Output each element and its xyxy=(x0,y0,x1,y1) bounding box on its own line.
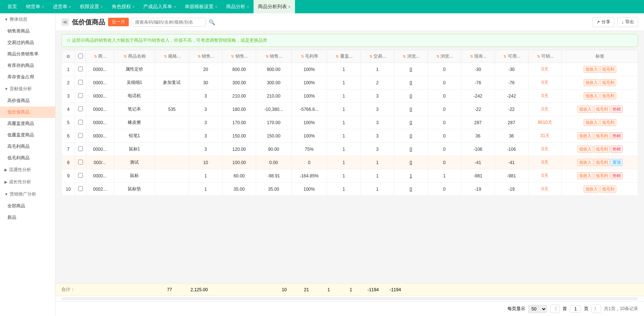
row-views1[interactable]: 0 xyxy=(410,147,412,152)
sidebar-group-growth[interactable]: ▶ 成长性分析 xyxy=(0,176,55,188)
nav-home[interactable]: 首页 xyxy=(3,0,21,13)
row-checkbox[interactable] xyxy=(78,67,83,71)
col-sales-qty[interactable]: ⇅ 销售... xyxy=(189,50,222,63)
row-checkbox[interactable] xyxy=(78,173,83,178)
col-sales-amt[interactable]: ⇅ 销售... xyxy=(222,50,256,63)
row-sales-qty: 3 xyxy=(189,129,222,143)
nav-permissions[interactable]: 权限设置 × xyxy=(76,0,107,13)
export-button[interactable]: ↓ 导出 xyxy=(617,17,638,27)
row-checkbox[interactable] xyxy=(78,106,83,111)
row-views1[interactable]: 0 xyxy=(410,133,412,139)
row-sales-avg: 0.00 xyxy=(256,156,291,169)
row-saleable-days: 0天 xyxy=(528,143,562,156)
tag: 低毛利 xyxy=(600,119,616,126)
nav-close-analysis[interactable]: × xyxy=(247,5,249,9)
nav-close-sales[interactable]: × xyxy=(42,5,44,9)
col-code[interactable]: ⇅ 商... xyxy=(86,50,114,63)
tag: 低收入 xyxy=(584,119,600,126)
search-icon[interactable]: 🔍 xyxy=(209,19,215,25)
nav-close-product-entry[interactable]: × xyxy=(174,5,176,9)
col-transactions[interactable]: ⇅ 交易... xyxy=(360,50,394,63)
col-views1[interactable]: ⇅ 浏览... xyxy=(394,50,428,63)
row-sales-avg: 90.00 xyxy=(256,143,291,156)
sidebar-item-sales-products[interactable]: 销售类商品 xyxy=(0,26,55,37)
filter-month-button[interactable]: 近一月 xyxy=(108,18,129,26)
nav-close-roles[interactable]: × xyxy=(133,5,135,9)
row-checkbox[interactable] xyxy=(78,80,83,85)
nav-roles[interactable]: 角色授权 × xyxy=(107,0,139,13)
collapse-sidebar-button[interactable]: ≪ xyxy=(61,18,69,26)
first-page-button[interactable]: 〈 xyxy=(550,305,560,313)
settings-col-header[interactable]: ⚙ xyxy=(62,50,75,63)
sidebar-group-overall[interactable]: ▼ 整体信息 xyxy=(0,13,55,26)
horizontal-scrollbar[interactable] xyxy=(61,297,638,300)
col-gross-rate[interactable]: ⇅ 毛利率 xyxy=(291,50,327,63)
row-views1[interactable]: 1 xyxy=(410,173,412,179)
tag: 低毛利 xyxy=(594,146,610,153)
row-checkbox[interactable] xyxy=(78,160,83,164)
row-gross-rate: 100% xyxy=(291,116,327,129)
nav-sales[interactable]: 销货单 × xyxy=(21,0,48,13)
row-views1[interactable]: 0 xyxy=(410,67,412,72)
row-num: 3 xyxy=(62,89,75,103)
row-checkbox[interactable] xyxy=(78,93,83,98)
row-checkbox[interactable] xyxy=(78,146,83,151)
sidebar-group-marketing[interactable]: ▼ 营销推广分析 xyxy=(0,188,55,200)
nav-template-settings[interactable]: 单据模板设置 × xyxy=(180,0,222,13)
sidebar-item-traded-products[interactable]: 交易过的商品 xyxy=(0,37,55,48)
page-number-input[interactable] xyxy=(570,305,581,313)
sidebar-item-high-margin[interactable]: 高毛利商品 xyxy=(0,141,55,152)
sidebar-item-all-products[interactable]: 全部商品 xyxy=(0,200,55,212)
sidebar-item-low-coverage[interactable]: 低覆盖度商品 xyxy=(0,129,55,141)
row-spec: 535 xyxy=(155,103,189,116)
col-name[interactable]: ⇅ 商品名称 xyxy=(114,50,155,63)
row-views1[interactable]: 0 xyxy=(410,160,412,165)
sidebar-item-low-value[interactable]: 低价值商品 xyxy=(0,106,55,118)
col-views2[interactable]: ⇅ 浏览... xyxy=(427,50,461,63)
sidebar-item-stocked-products[interactable]: 有库存的商品 xyxy=(0,60,55,71)
page-size-select[interactable]: 50 100 200 xyxy=(528,305,547,313)
checkbox-col-header[interactable] xyxy=(75,50,86,63)
row-num: 2 xyxy=(62,76,75,89)
sidebar-item-high-coverage[interactable]: 高覆盖度商品 xyxy=(0,118,55,129)
row-checkbox[interactable] xyxy=(78,133,83,138)
row-transactions: 1 xyxy=(360,156,394,169)
nav-close-purchase[interactable]: × xyxy=(69,5,71,9)
sidebar-item-category-sales[interactable]: 商品分类销售率 xyxy=(0,48,55,60)
row-views1[interactable]: 0 xyxy=(410,80,412,85)
sidebar-item-high-value[interactable]: 高价值商品 xyxy=(0,95,55,106)
share-button[interactable]: ↗ 分享 xyxy=(592,17,614,27)
row-available: 287 xyxy=(495,116,529,129)
nav-close-template[interactable]: × xyxy=(215,5,217,9)
sidebar-group-contribution[interactable]: ▼ 贡献值分析 xyxy=(0,83,55,95)
nav-close-analysis-list[interactable]: × xyxy=(288,5,291,9)
col-sales-avg[interactable]: ⇅ 销售... xyxy=(256,50,291,63)
table-row: 90000...鼠标160.00-98.91-164.85%1111-981-9… xyxy=(62,169,638,183)
nav-product-entry[interactable]: 产成品入库单 × xyxy=(139,0,180,13)
col-coverage[interactable]: ⇅ 覆盖... xyxy=(327,50,361,63)
row-views1[interactable]: 0 xyxy=(410,94,412,99)
row-views1[interactable]: 0 xyxy=(410,120,412,125)
row-views1[interactable]: 0 xyxy=(410,107,412,112)
col-stock[interactable]: ⇅ 现有... xyxy=(461,50,495,63)
nav-purchase[interactable]: 进货单 × xyxy=(48,0,76,13)
sidebar-item-low-margin[interactable]: 低毛利商品 xyxy=(0,152,55,164)
row-checkbox[interactable] xyxy=(78,186,83,191)
nav-close-permissions[interactable]: × xyxy=(101,5,103,9)
nav-analysis-list[interactable]: 商品分析列表 × xyxy=(254,0,295,13)
row-checkbox[interactable] xyxy=(78,120,83,125)
select-all-checkbox[interactable] xyxy=(78,54,83,58)
nav-product-analysis[interactable]: 商品分析 × xyxy=(222,0,254,13)
sidebar-item-new-products[interactable]: 新品 xyxy=(0,212,55,223)
search-input[interactable] xyxy=(132,18,206,27)
row-name: 鼠标 xyxy=(114,169,155,183)
next-page-button[interactable]: 〉 xyxy=(591,305,601,313)
tag: 低毛利 xyxy=(600,79,616,86)
col-spec[interactable]: ⇅ 规格... xyxy=(155,50,189,63)
sidebar-group-circulation[interactable]: ▶ 流通性分析 xyxy=(0,164,55,176)
sidebar-item-capital-usage[interactable]: 库存资金占用 xyxy=(0,71,55,83)
col-saleable[interactable]: ⇅ 可销... xyxy=(528,50,562,63)
row-sales-avg: -98.91 xyxy=(256,169,291,183)
row-views1[interactable]: 0 xyxy=(410,187,412,192)
col-available[interactable]: ⇅ 可用... xyxy=(495,50,529,63)
